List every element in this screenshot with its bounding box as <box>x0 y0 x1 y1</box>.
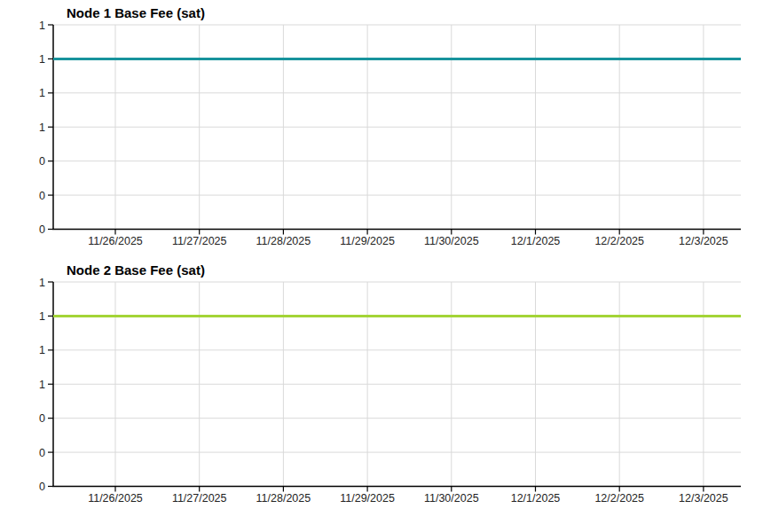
x-tick-label: 11/30/2025 <box>424 235 479 247</box>
y-tick-label: 0 <box>39 155 45 168</box>
y-tick-label: 1 <box>39 379 45 391</box>
y-tick-label: 0 <box>39 447 45 459</box>
chart-node-2-base-fee-sat: 111100011/26/202511/27/202511/28/202511/… <box>39 262 741 505</box>
x-tick-label: 12/2/2025 <box>594 235 644 247</box>
chart-title: Node 2 Base Fee (sat) <box>67 262 205 278</box>
fee-charts-dashboard: 111100011/26/202511/27/202511/28/202511/… <box>0 0 763 532</box>
y-tick-label: 0 <box>39 190 45 202</box>
chart-title: Node 1 Base Fee (sat) <box>67 5 205 20</box>
x-tick-label: 12/3/2025 <box>679 492 728 505</box>
y-tick-label: 1 <box>39 310 45 323</box>
x-tick-label: 11/26/2025 <box>88 235 143 247</box>
y-tick-label: 1 <box>39 53 45 66</box>
y-tick-label: 1 <box>39 87 45 99</box>
x-tick-label: 11/28/2025 <box>256 492 311 505</box>
x-tick-label: 12/1/2025 <box>511 235 561 247</box>
x-tick-label: 12/2/2025 <box>594 492 644 505</box>
y-tick-label: 0 <box>39 412 45 425</box>
y-tick-label: 0 <box>39 481 45 493</box>
x-tick-label: 11/29/2025 <box>340 235 395 247</box>
y-tick-label: 0 <box>39 223 45 236</box>
x-tick-label: 11/28/2025 <box>256 235 311 247</box>
y-tick-label: 1 <box>39 121 45 134</box>
charts-svg: 111100011/26/202511/27/202511/28/202511/… <box>0 0 763 532</box>
x-tick-label: 11/27/2025 <box>172 235 227 247</box>
x-tick-label: 11/26/2025 <box>88 492 143 505</box>
y-tick-label: 1 <box>39 20 45 32</box>
x-tick-label: 12/3/2025 <box>679 235 728 247</box>
x-tick-label: 11/27/2025 <box>172 492 227 505</box>
x-tick-label: 11/30/2025 <box>424 492 479 505</box>
x-tick-label: 11/29/2025 <box>340 492 395 505</box>
y-tick-label: 1 <box>39 277 45 289</box>
chart-node-1-base-fee-sat: 111100011/26/202511/27/202511/28/202511/… <box>39 5 741 247</box>
x-tick-label: 12/1/2025 <box>511 492 561 505</box>
y-tick-label: 1 <box>39 344 45 356</box>
